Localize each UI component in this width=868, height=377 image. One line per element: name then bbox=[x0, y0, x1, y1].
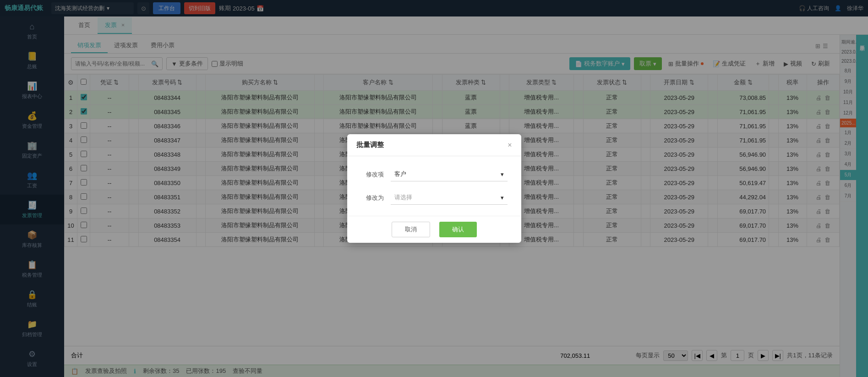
chevron-down-icon2: ▾ bbox=[501, 194, 504, 201]
modal-overlay[interactable]: 批量调整 × 修改项 客户 ▾ 修改为 请选择 ▾ 取消 确认 bbox=[0, 0, 868, 377]
modal-header: 批量调整 × bbox=[347, 134, 521, 156]
modal-close-button[interactable]: × bbox=[508, 141, 512, 149]
modify-to-select[interactable]: 请选择 ▾ bbox=[391, 191, 508, 205]
confirm-button[interactable]: 确认 bbox=[439, 222, 477, 237]
modify-item-select[interactable]: 客户 ▾ bbox=[391, 167, 508, 181]
modal-row-to: 修改为 请选择 ▾ bbox=[361, 191, 508, 205]
cancel-button[interactable]: 取消 bbox=[392, 222, 430, 237]
chevron-down-icon: ▾ bbox=[501, 171, 504, 178]
modify-to-placeholder: 请选择 bbox=[394, 193, 412, 202]
modify-item-label: 修改项 bbox=[361, 170, 384, 179]
modal-body: 修改项 客户 ▾ 修改为 请选择 ▾ bbox=[347, 156, 521, 216]
modal-footer: 取消 确认 bbox=[347, 216, 521, 243]
modal-row-item: 修改项 客户 ▾ bbox=[361, 167, 508, 181]
modal-title: 批量调整 bbox=[356, 141, 384, 149]
modify-to-label: 修改为 bbox=[361, 194, 384, 202]
batch-adjust-modal: 批量调整 × 修改项 客户 ▾ 修改为 请选择 ▾ 取消 确认 bbox=[347, 134, 521, 243]
